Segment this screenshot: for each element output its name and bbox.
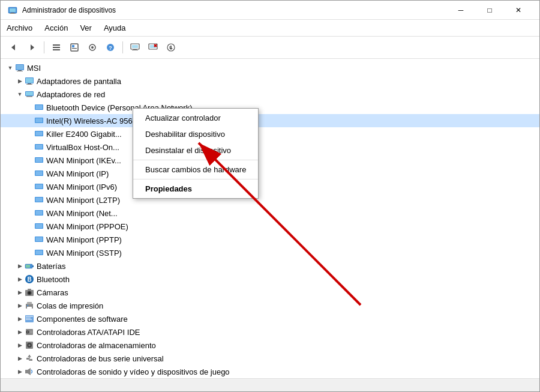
svg-rect-40: [35, 105, 43, 109]
properties-icon: [70, 43, 79, 52]
usb-icon: [25, 354, 34, 363]
svg-point-87: [29, 345, 31, 346]
display-adapter-icon: [25, 76, 34, 86]
menu-ver[interactable]: Ver: [74, 21, 98, 35]
tree-item-wan-netmon[interactable]: ▶ WAN Miniport (Net...: [1, 207, 539, 220]
menu-archivo[interactable]: Archivo: [1, 21, 38, 35]
battery-icon: [25, 261, 34, 271]
expand-camaras[interactable]: ▶: [15, 288, 25, 297]
tree-item-adaptadores-red[interactable]: ▼ Adaptadores de red: [1, 88, 539, 101]
forward-button[interactable]: [23, 39, 40, 56]
svg-rect-75: [27, 305, 28, 306]
tree-item-baterias[interactable]: ▶ Baterías: [1, 259, 539, 273]
tree-item-colas-impresion[interactable]: ▶ Colas de impresión: [1, 299, 539, 312]
svg-rect-1: [10, 8, 16, 12]
tree-item-camaras[interactable]: ▶ Cámaras: [1, 286, 539, 299]
forward-icon: [28, 43, 36, 52]
wan-ipv6-icon: [34, 182, 44, 191]
tree-item-componentes[interactable]: ▶ Componentes de software: [1, 312, 539, 325]
back-button[interactable]: [5, 39, 22, 56]
context-menu: Actualizar controlador Deshabilitar disp…: [133, 108, 259, 199]
maximize-button[interactable]: □: [476, 2, 503, 19]
network-button[interactable]: [127, 39, 143, 56]
tree-item-wan-l2tp[interactable]: ▶ WAN Miniport (L2TP): [1, 193, 539, 207]
tree-item-wan-pptp[interactable]: ▶ WAN Miniport (PPTP): [1, 233, 539, 246]
expand-sonido[interactable]: ▶: [15, 367, 25, 376]
tree-item-bluetooth[interactable]: ▶ B Bluetooth: [1, 273, 539, 286]
baterias-label: Baterías: [37, 262, 65, 271]
expand-baterias[interactable]: ▶: [15, 261, 25, 271]
expand-componentes[interactable]: ▶: [15, 314, 25, 324]
wan-pppoe-icon: [34, 222, 44, 231]
update-button[interactable]: [163, 39, 179, 56]
device-tree[interactable]: ▼ MSI ▶: [1, 59, 539, 378]
svg-rect-56: [35, 211, 43, 215]
ctx-separator-1: [133, 160, 258, 160]
toolbar-separator-1: [44, 41, 44, 53]
tree-item-wan-sstp[interactable]: ▶ WAN Miniport (SSTP): [1, 246, 539, 259]
svg-rect-44: [35, 131, 43, 136]
software-icon: [25, 314, 34, 324]
svg-rect-83: [30, 331, 32, 331]
svg-rect-46: [35, 145, 43, 149]
tree-item-killer[interactable]: ▶ Killer E2400 Gigabit...: [1, 127, 539, 140]
tree-item-almacenamiento[interactable]: ▶ Controladoras de almacenamiento: [1, 339, 539, 352]
minimize-button[interactable]: ─: [447, 2, 475, 19]
expand-msi[interactable]: ▼: [5, 63, 15, 73]
show-hidden-button[interactable]: [48, 39, 65, 56]
scan-hardware-button[interactable]: [84, 39, 101, 56]
ctx-propiedades[interactable]: Propiedades: [133, 181, 258, 197]
expand-colas[interactable]: ▶: [15, 301, 25, 310]
svg-rect-52: [35, 184, 43, 188]
window-title: Administrador de dispositivos: [22, 6, 116, 14]
expand-ata[interactable]: ▶: [15, 327, 25, 337]
almacenamiento-label: Controladoras de almacenamiento: [37, 341, 156, 350]
tree-item-intel-wireless[interactable]: ▶ Intel(R) Wireless-AC 9560 160MHz: [1, 114, 539, 127]
expand-adaptadores-red[interactable]: ▼: [15, 89, 25, 99]
tree-item-virtualbox[interactable]: ▶ VirtualBox Host-On...: [1, 140, 539, 154]
ctx-desinstalar[interactable]: Desinstalar el dispositivo: [133, 142, 258, 158]
wan-sstp-label: WAN Miniport (SSTP): [46, 249, 122, 258]
ctx-deshabilitar[interactable]: Deshabilitar dispositivo: [133, 126, 258, 142]
tree-item-bluetooth-device[interactable]: ▶ Bluetooth Device (Personal Area Networ…: [1, 101, 539, 114]
tree-item-adaptadores-pantalla[interactable]: ▶ Adaptadores de pantalla: [1, 74, 539, 88]
tree-item-ata[interactable]: ▶ Controladoras ATA/ATAPI IDE: [1, 325, 539, 339]
colas-impresion-label: Colas de impresión: [37, 301, 103, 310]
network-adapter-icon: [25, 89, 34, 99]
svg-rect-19: [132, 50, 138, 50]
svg-rect-29: [16, 65, 23, 70]
title-bar-controls: ─ □ ✕: [447, 2, 532, 19]
properties-toolbar-button[interactable]: [66, 39, 83, 56]
camaras-label: Cámaras: [37, 288, 68, 297]
adaptadores-red-label: Adaptadores de red: [37, 90, 105, 99]
componentes-label: Componentes de software: [37, 315, 128, 324]
status-bar: [1, 378, 539, 391]
svg-rect-37: [26, 92, 33, 95]
menu-bar: Archivo Acción Ver Ayuda: [1, 20, 539, 37]
tree-item-wan-ipv6[interactable]: ▶ WAN Miniport (IPv6): [1, 180, 539, 193]
uninstall-icon: [148, 43, 158, 52]
expand-almacenamiento[interactable]: ▶: [15, 340, 25, 350]
svg-rect-6: [53, 44, 60, 46]
svg-rect-17: [132, 45, 138, 48]
back-icon: [10, 43, 18, 52]
tree-item-wan-ikev2[interactable]: ▶ WAN Miniport (IKEv...: [1, 154, 539, 167]
tree-item-wan-pppoe[interactable]: ▶ WAN Miniport (PPPOE): [1, 220, 539, 233]
expand-bluetooth[interactable]: ▶: [15, 274, 25, 284]
killer-icon: [34, 129, 44, 139]
expand-usb[interactable]: ▶: [15, 354, 25, 363]
tree-item-sonido[interactable]: ▶ Controladoras de sonido y vídeo y disp…: [1, 365, 539, 378]
tree-item-usb[interactable]: ▶ Controladoras de bus serie universal: [1, 352, 539, 365]
uninstall-button[interactable]: [145, 39, 161, 56]
help-button[interactable]: ?: [102, 39, 119, 56]
msi-icon: [15, 63, 25, 73]
tree-item-wan-ip[interactable]: ▶ WAN Miniport (IP): [1, 167, 539, 180]
svg-text:?: ?: [109, 45, 112, 51]
menu-accion[interactable]: Acción: [38, 21, 74, 35]
close-button[interactable]: ✕: [505, 2, 532, 19]
tree-item-msi[interactable]: ▼ MSI: [1, 61, 539, 74]
ctx-actualizar[interactable]: Actualizar controlador: [133, 110, 258, 126]
menu-ayuda[interactable]: Ayuda: [98, 21, 132, 35]
ctx-buscar[interactable]: Buscar cambios de hardware: [133, 161, 258, 178]
expand-adaptadores-pantalla[interactable]: ▶: [15, 76, 25, 86]
